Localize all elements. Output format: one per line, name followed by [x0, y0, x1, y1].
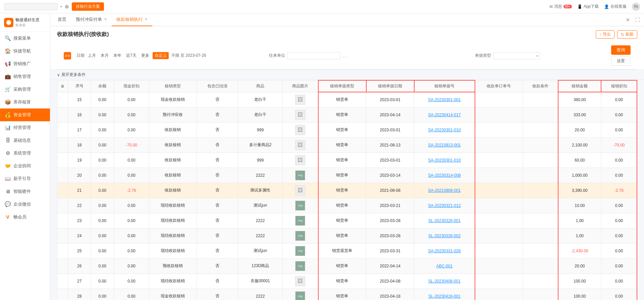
sidebar-item-nav[interactable]: 🏠 快捷导航 — [0, 45, 50, 57]
col-bill-no[interactable]: SA-20230301-001 — [414, 92, 475, 107]
col-header-gear[interactable]: ⚙ — [57, 80, 68, 92]
col-verify-discount: 0.00 — [601, 168, 637, 183]
bill-no-link[interactable]: SL-20230328-001 — [428, 218, 461, 223]
bill-no-link[interactable]: SA-20210808-001 — [428, 188, 461, 193]
col-num: 25 — [68, 243, 91, 258]
app-download-item[interactable]: 📱 App下载 — [577, 4, 599, 9]
col-verify-discount: 0.00 — [601, 198, 637, 213]
sidebar-item-inventory[interactable]: 📦 库存核算 — [0, 96, 50, 109]
collab-icon: 🤝 — [5, 163, 11, 169]
col-bill-no[interactable]: SL-20230328-002 — [414, 228, 475, 243]
col-bill-no[interactable]: SA-20210808-001 — [414, 183, 475, 198]
solution-button[interactable]: 休验行业方案 — [72, 2, 104, 11]
col-bill-no[interactable]: SA-20230314-008 — [414, 168, 475, 183]
col-receipt-condition — [523, 107, 558, 122]
from-unit-filter-group: 往来单位 ... — [212, 52, 406, 59]
refresh-button[interactable]: ↻ 刷新 — [617, 30, 637, 39]
nav-icon: 🏠 — [5, 48, 11, 54]
col-bill-no[interactable]: SL-20230408-001 — [414, 273, 475, 289]
page-header-actions: ↑ 导出 ↻ 刷新 — [596, 30, 637, 39]
col-bill-no[interactable]: SL-20230418-001 — [414, 289, 475, 300]
col-bill-date: 2023-03-21 — [366, 198, 414, 213]
sidebar-item-wechat[interactable]: 💬 企业微信 — [0, 198, 50, 211]
online-service-item[interactable]: 👤 在线客服 — [604, 4, 627, 9]
sidebar-item-collab[interactable]: 🤝 企业协同 — [0, 160, 50, 172]
bill-no-link[interactable]: SL-20230408-001 — [428, 279, 461, 284]
top-search-chevron-icon[interactable]: ▾ — [60, 5, 62, 8]
bill-no-link[interactable]: SL-20230328-002 — [428, 233, 461, 238]
sales-icon: 💼 — [5, 74, 11, 80]
sidebar-item-hardware[interactable]: 🖥 智能硬件 — [0, 185, 50, 198]
date-7days-button[interactable]: 近7天 — [125, 52, 138, 59]
expand-more-button[interactable]: ∨ 展开更多条件 — [57, 72, 86, 78]
bill-no-link[interactable]: SL-20230418-001 — [428, 294, 461, 299]
date-this-year-button[interactable]: 本年 — [112, 52, 123, 59]
sidebar-item-vip[interactable]: V 畅会员 — [0, 211, 50, 223]
bill-no-link[interactable]: SA-20210813-001 — [428, 143, 461, 147]
col-bill-no[interactable]: SA-20230301-010 — [414, 153, 475, 168]
sidebar-label-sales: 销售管理 — [13, 74, 31, 80]
app-label: App下载 — [584, 4, 599, 9]
query-button[interactable]: 查询 — [611, 45, 631, 55]
col-verify-discount: 0.00 — [601, 228, 637, 243]
col-bill-no[interactable]: SA-20210813-001 — [414, 137, 475, 153]
user-avatar[interactable]: Rit — [632, 3, 640, 11]
date-more-button[interactable]: 更多 — [140, 52, 151, 59]
col-bill-no[interactable]: SA-20230321-012 — [414, 198, 475, 213]
date-this-month-button[interactable]: 本月 — [99, 52, 110, 59]
bill-no-link[interactable]: SA-20230301-010 — [428, 128, 461, 132]
tab-receipt[interactable]: 收款核销执行 ✕ — [112, 13, 152, 26]
sidebar-item-guide[interactable]: 📖 新手引导 — [0, 172, 50, 185]
from-unit-dots: ... — [343, 53, 349, 58]
top-search-input[interactable] — [4, 3, 58, 10]
col-bill-no[interactable]: SA-20230414-017 — [414, 107, 475, 122]
tab-receipt-close[interactable]: ✕ — [145, 17, 148, 22]
col-bill-type: 销货单 — [318, 183, 366, 198]
sidebar-item-system[interactable]: ⚙ 系统管理 — [0, 147, 50, 160]
date-custom-button[interactable]: 自定义 — [153, 52, 169, 59]
tab-maximize-button[interactable]: ⛶ — [634, 16, 641, 23]
col-bill-no[interactable]: SL-20230328-001 — [414, 213, 475, 228]
tab-prepay-close[interactable]: ✕ — [104, 17, 107, 22]
top-gear-icon[interactable]: ⚙ — [65, 4, 69, 9]
col-bill-no[interactable]: ABC-001 — [414, 258, 475, 273]
settings-button[interactable]: 设置 — [611, 56, 631, 66]
tab-prepay[interactable]: 预付冲应付单 ✕ — [71, 13, 112, 26]
export-button[interactable]: ↑ 导出 — [596, 30, 614, 39]
col-bill-no[interactable]: SA-20230301-010 — [414, 122, 475, 137]
sidebar-item-management[interactable]: 📊 经营管理 — [0, 121, 50, 134]
col-cash-discount: -70.00 — [114, 137, 149, 153]
bill-no-link[interactable]: SA-20230321-012 — [428, 203, 461, 208]
bill-no-link[interactable]: ABC-001 — [436, 264, 453, 268]
goods-image: img — [295, 246, 305, 256]
col-receipt-order — [475, 153, 523, 168]
bill-no-link[interactable]: SA-20230414-017 — [428, 113, 461, 117]
sidebar-item-marketing[interactable]: 📢 营销推广 — [0, 57, 50, 70]
sidebar-item-sales[interactable]: 💼 销售管理 — [0, 70, 50, 83]
bill-no-link[interactable]: SA-20230301-001 — [428, 97, 461, 102]
col-balance: 0.00 — [91, 273, 114, 289]
col-verify-discount: 0.00 — [601, 273, 637, 289]
col-verify-amount: 100.00 — [558, 273, 601, 289]
sidebar-item-search[interactable]: 🔍 搜索菜单 — [0, 32, 50, 45]
col-bill-date: 2023-04-18 — [366, 289, 414, 300]
bill-no-link[interactable]: SA-20230314-008 — [428, 173, 461, 178]
hardware-icon: 🖥 — [5, 188, 11, 194]
top-bar: ▾ ⚙ 休验行业方案 ✉ 消息 99+ 📱 App下载 👤 在线客服 Rit — [0, 0, 644, 13]
filter-expand-button[interactable]: >> — [64, 52, 71, 59]
bill-no-link[interactable]: SA-20230301-010 — [428, 158, 461, 163]
sidebar-item-base[interactable]: 🗄 基础信息 — [0, 134, 50, 147]
tab-close-window-button[interactable]: ✕ — [625, 16, 631, 23]
sidebar-item-purchase[interactable]: 🛒 采购管理 — [0, 83, 50, 96]
receipt-type-select[interactable] — [493, 52, 540, 59]
date-last-month-button[interactable]: 上月 — [87, 52, 97, 59]
sidebar-item-finance[interactable]: 💰 资金管理 — [0, 109, 50, 121]
col-bill-no[interactable]: SA-20230331-026 — [414, 243, 475, 258]
bill-no-link[interactable]: SA-20230331-026 — [428, 249, 461, 253]
from-unit-input[interactable] — [287, 52, 341, 59]
receipt-type-filter-group: 单据类型 — [411, 52, 606, 59]
col-receipt-condition — [523, 273, 558, 289]
table-area[interactable]: ⚙ 序号 余额 现金折扣 核销类型 包含已结清 商品 商品图片 核销单据类型 核… — [50, 80, 644, 300]
message-item[interactable]: ✉ 消息 99+ — [549, 4, 572, 9]
tab-home[interactable]: 首页 — [53, 13, 71, 26]
